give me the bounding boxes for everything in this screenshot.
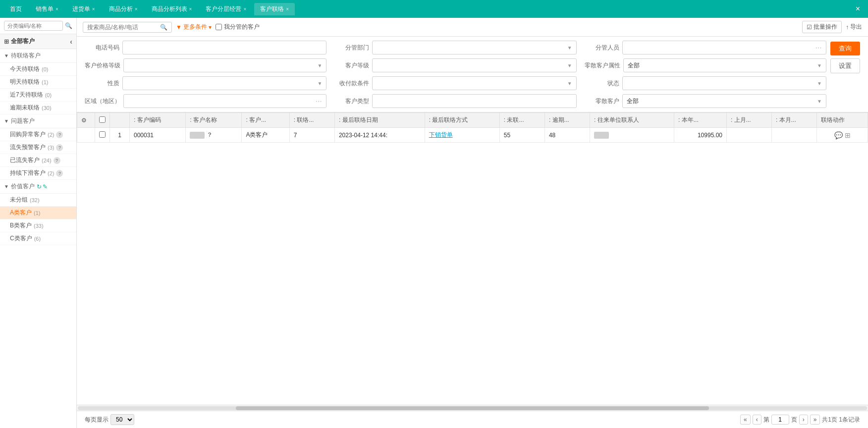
sidebar-item-class-a[interactable]: A类客户 (1) <box>0 207 76 219</box>
th-customer-code[interactable]: : 客户编码 <box>130 113 186 128</box>
batch-op-button[interactable]: ☑ 批量操作 <box>802 21 842 33</box>
sidebar-search-icon[interactable]: 🔍 <box>65 22 72 29</box>
filter-field-status: 状态 ▼ <box>585 76 826 90</box>
sidebar-item-class-b[interactable]: B类客户 (33) <box>0 219 76 232</box>
sidebar: 🔍 ⊞ 全部客户 ‹ ▼ 待联络客户 今天待联络 (0) 明天待联络 (1) 近… <box>0 18 77 428</box>
nav-tab-purchase[interactable]: 进货单 × <box>66 3 101 15</box>
area-input[interactable]: ··· <box>123 94 326 108</box>
help-icon-churn: ? <box>56 144 63 151</box>
sidebar-group-problem[interactable]: ▼ 问题客户 <box>0 114 76 128</box>
sidebar-item-overdue[interactable]: 逾期未联络 (30) <box>0 102 76 114</box>
th-customer-name[interactable]: : 客户名称 <box>186 113 242 128</box>
sidebar-item-7days[interactable]: 近7天待联络 (0) <box>0 89 76 102</box>
th-unit-contact[interactable]: : 往来单位联系人 <box>590 113 674 128</box>
phone-input[interactable] <box>122 41 326 54</box>
sidebar-item-tomorrow[interactable]: 明天待联络 (1) <box>0 76 76 89</box>
close-tab-customer-contact-icon[interactable]: × <box>286 6 289 12</box>
contact-method-link[interactable]: 下销货单 <box>429 131 453 138</box>
top-navigation: 首页 销售单 × 进货单 × 商品分析 × 商品分析列表 × 客户分层经营 × … <box>0 0 868 18</box>
next-page-btn[interactable]: › <box>799 415 808 425</box>
last-page-btn[interactable]: » <box>810 415 820 425</box>
grid-action-icon[interactable]: ⊞ <box>845 131 851 139</box>
close-all-icon[interactable]: × <box>852 2 864 15</box>
my-customers-checkbox[interactable] <box>216 24 222 30</box>
nature-input[interactable]: ▼ <box>122 76 326 90</box>
nav-tab-sales[interactable]: 销售单 × <box>30 3 64 15</box>
my-customers-filter[interactable]: 我分管的客户 <box>216 23 260 31</box>
sidebar-item-churn-warning[interactable]: 流失预警客户 (3) ? <box>0 141 76 154</box>
export-button[interactable]: ↑ 导出 <box>846 23 862 31</box>
row-action-group: 💬 ⊞ <box>821 131 864 139</box>
page-number-input[interactable] <box>771 415 789 425</box>
collapse-sidebar-icon[interactable]: ‹ <box>70 38 72 46</box>
row-checkbox[interactable] <box>99 131 106 138</box>
page-size-select[interactable]: 50 <box>110 414 134 425</box>
th-overdue[interactable]: : 逾期... <box>544 113 590 128</box>
cell-name[interactable]: ？ <box>186 128 242 143</box>
help-icon-churned: ? <box>54 157 60 164</box>
th-last-contact-date[interactable]: : 最后联络日期 <box>334 113 425 128</box>
close-tab-customer-tier-icon[interactable]: × <box>243 6 246 12</box>
th-not-contact[interactable]: : 未联... <box>499 113 544 128</box>
first-page-btn[interactable]: « <box>740 415 751 425</box>
prev-page-btn[interactable]: ‹ <box>753 415 761 425</box>
dept-dropdown-icon: ▼ <box>567 45 572 51</box>
main-search-input[interactable] <box>87 24 160 31</box>
chat-action-icon[interactable]: 💬 <box>834 131 843 139</box>
nav-tab-customer-tier[interactable]: 客户分层经营 × <box>200 3 252 15</box>
filter-row-3: 性质 ▼ 收付款条件 ▼ <box>85 76 826 90</box>
cell-last-contact-method[interactable]: 下销货单 <box>425 128 499 143</box>
th-this-month[interactable]: : 本月... <box>772 113 817 128</box>
payment-dropdown-icon: ▼ <box>567 81 572 86</box>
price-level-input[interactable]: ▼ <box>123 58 326 72</box>
close-tab-sales-icon[interactable]: × <box>55 6 58 12</box>
scrollbar-thumb[interactable] <box>236 406 709 410</box>
edit-value-icon[interactable]: ✎ <box>43 183 48 190</box>
cell-this-year: 10995.00 <box>674 128 727 143</box>
close-tab-purchase-icon[interactable]: × <box>92 6 95 12</box>
th-this-year[interactable]: : 本年... <box>674 113 727 128</box>
settings-button[interactable]: 设置 <box>830 58 860 73</box>
sidebar-item-class-c[interactable]: C类客户 (6) <box>0 232 76 245</box>
nav-home[interactable]: 首页 <box>4 3 28 15</box>
sidebar-item-churned[interactable]: 已流失客户 (24) ? <box>0 154 76 167</box>
th-last-contact-method[interactable]: : 最后联络方式 <box>425 113 499 128</box>
sidebar-search-input[interactable] <box>4 21 63 31</box>
manager-input[interactable]: ··· <box>622 41 826 54</box>
retail-attr-input[interactable]: 全部 ▼ <box>623 58 826 72</box>
th-last-month[interactable]: : 上月... <box>727 113 772 128</box>
th-category[interactable]: : 客户... <box>242 113 289 128</box>
payment-input[interactable]: ▼ <box>372 76 576 90</box>
sidebar-group-pending[interactable]: ▼ 待联络客户 <box>0 49 76 63</box>
th-settings[interactable]: ⚙ <box>77 113 95 128</box>
query-button[interactable]: 查询 <box>830 42 860 55</box>
sidebar-item-repurchase-abnormal[interactable]: 回购异常客户 (2) ? <box>0 128 76 141</box>
cell-code[interactable]: 000031 <box>130 128 186 143</box>
sidebar-group-value[interactable]: ▼ 价值客户 ↻ ✎ <box>0 180 76 194</box>
nav-tab-analysis[interactable]: 商品分析 × <box>103 3 144 15</box>
dept-input[interactable]: ▼ <box>372 41 576 54</box>
sidebar-all-customers[interactable]: ⊞ 全部客户 ‹ <box>0 34 76 49</box>
select-all-checkbox[interactable] <box>99 116 106 123</box>
refresh-icon[interactable]: ↻ <box>37 183 42 190</box>
customer-level-input[interactable]: ▼ <box>372 58 576 72</box>
sidebar-item-declining[interactable]: 持续下滑客户 (2) ? <box>0 167 76 180</box>
sidebar-item-ungrouped[interactable]: 未分组 (32) <box>0 194 76 207</box>
th-contact[interactable]: : 联络... <box>289 113 334 128</box>
cell-contact: 7 <box>289 128 334 143</box>
main-search-icon[interactable]: 🔍 <box>160 24 167 31</box>
sidebar-item-today[interactable]: 今天待联络 (0) <box>0 63 76 76</box>
nature-dropdown-icon: ▼ <box>317 81 322 86</box>
cell-checkbox[interactable] <box>95 128 110 143</box>
more-filters-btn[interactable]: ▼ 更多条件 ▾ <box>176 23 212 31</box>
horizontal-scrollbar[interactable] <box>77 405 868 411</box>
nav-tab-customer-contact[interactable]: 客户联络 × <box>254 3 295 15</box>
nav-tab-analysis-list[interactable]: 商品分析列表 × <box>146 3 198 15</box>
table-row: 1 000031 ？ A类客户 7 2023-04-12 14:44: 下销货单… <box>77 128 868 143</box>
close-tab-analysis-icon[interactable]: × <box>135 6 138 12</box>
retail-input[interactable]: 全部 ▼ <box>622 94 826 108</box>
status-input[interactable]: ▼ <box>622 76 826 90</box>
customer-type-input[interactable] <box>372 94 576 108</box>
close-tab-analysis-list-icon[interactable]: × <box>189 6 192 12</box>
scrollbar-track[interactable] <box>78 406 867 410</box>
